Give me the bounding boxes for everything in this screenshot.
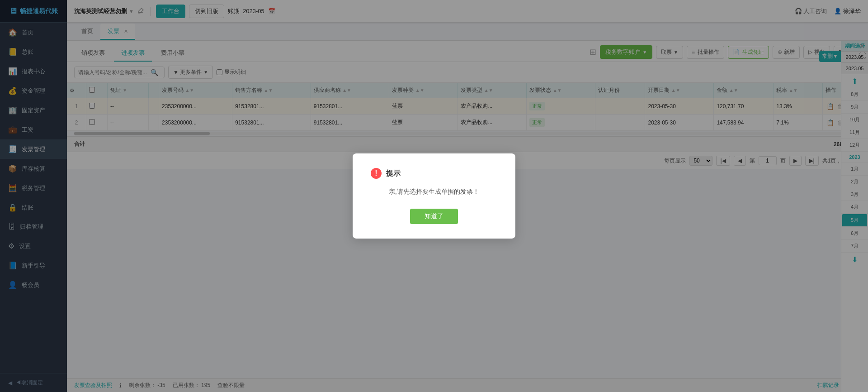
modal-header: ! 提示 <box>371 168 497 179</box>
modal-warning-icon: ! <box>371 168 382 179</box>
modal-ok-btn[interactable]: 知道了 <box>410 209 458 224</box>
modal-footer: 知道了 <box>371 209 497 224</box>
modal-overlay: ! 提示 亲,请先选择要生成单据的发票！ 知道了 <box>0 0 868 392</box>
modal-dialog: ! 提示 亲,请先选择要生成单据的发票！ 知道了 <box>353 153 515 239</box>
modal-title: 提示 <box>386 169 401 178</box>
modal-body: 亲,请先选择要生成单据的发票！ <box>371 188 497 196</box>
